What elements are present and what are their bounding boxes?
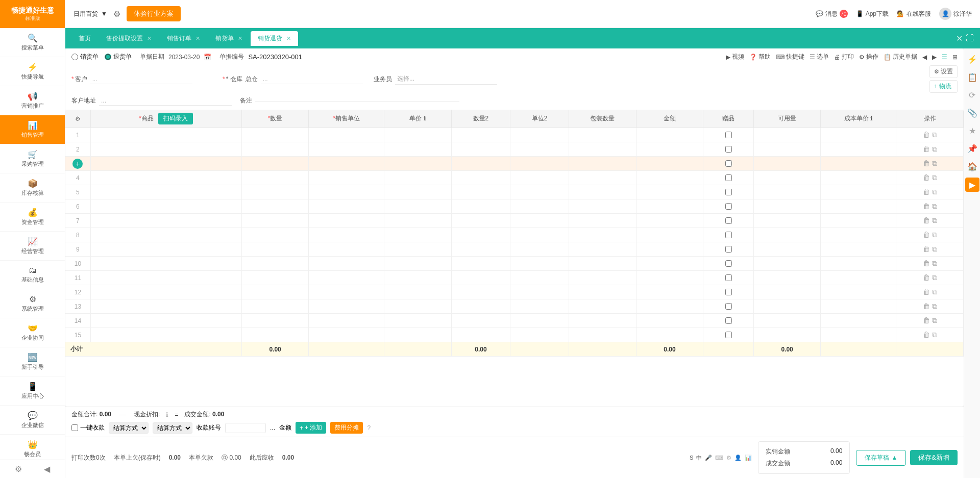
settings-icon[interactable]: ⚙ (15, 464, 22, 474)
add-payment-btn[interactable]: + + 添加 (296, 422, 326, 434)
gift-checkbox[interactable] (725, 289, 732, 295)
delete-icon[interactable]: 🗑 (923, 145, 930, 154)
calc-method-select[interactable]: 结算方式 (153, 422, 192, 434)
package-qty-cell[interactable] (569, 142, 636, 157)
panel-icon-7[interactable]: 🏠 (965, 160, 979, 173)
fee-split-btn[interactable]: 费用分摊 (330, 422, 363, 434)
copy-icon[interactable]: ⧉ (932, 273, 937, 282)
shortcut-btn[interactable]: ⌨ 快捷键 (776, 53, 804, 61)
radio-sales-input[interactable] (71, 54, 78, 60)
sidebar-item-marketing[interactable]: 📢 营销推广 (0, 86, 65, 115)
list-view-btn[interactable]: ☰ (942, 54, 947, 61)
panel-icon-3[interactable]: ⟳ (967, 88, 977, 102)
close-tab-btn[interactable]: ✕ (956, 34, 963, 43)
copy-icon[interactable]: ⧉ (932, 288, 937, 296)
copy-icon[interactable]: ⧉ (932, 231, 937, 239)
panel-icon-4[interactable]: 📎 (965, 106, 979, 120)
delete-icon[interactable]: 🗑 (923, 245, 930, 254)
delete-icon[interactable]: 🗑 (923, 216, 930, 225)
sidebar-item-inventory[interactable]: 📦 库存核算 (0, 173, 65, 203)
gift-checkbox[interactable] (725, 246, 732, 253)
online-service-btn[interactable]: 💁 在线客服 (897, 10, 931, 18)
amount-cell[interactable] (636, 142, 703, 157)
amount-cell[interactable] (636, 128, 703, 142)
delete-icon[interactable]: 🗑 (923, 159, 930, 168)
cost-price-cell[interactable] (821, 128, 896, 142)
maximize-btn[interactable]: ⛶ (966, 34, 974, 43)
gift-checkbox[interactable] (725, 260, 732, 267)
available-cell[interactable] (753, 128, 821, 142)
unit2-cell[interactable] (510, 157, 569, 171)
panel-icon-6[interactable]: 📌 (965, 142, 979, 156)
product-cell-active[interactable] (90, 157, 241, 171)
quantity-cell[interactable] (241, 157, 309, 171)
save-new-btn[interactable]: 保存&新增 (910, 450, 958, 465)
product-input[interactable] (93, 160, 239, 167)
message-btn[interactable]: 💬 消息 70 (816, 10, 848, 18)
payment-method-select[interactable]: 结算方式 (109, 422, 149, 434)
gift-cell[interactable] (703, 128, 754, 142)
close-icon[interactable]: ✕ (286, 35, 291, 42)
topbar-gear-icon[interactable]: ⚙ (113, 9, 120, 19)
help-circle-icon[interactable]: ℹ (166, 411, 168, 418)
scan-btn[interactable]: 扫码录入 (158, 113, 193, 124)
gift-checkbox[interactable] (725, 217, 732, 224)
tab-sales-delivery[interactable]: 销货单 ✕ (208, 31, 250, 46)
gift-checkbox[interactable] (725, 146, 732, 153)
date-value[interactable]: 2023-03-20 (168, 54, 200, 61)
gift-checkbox[interactable] (725, 303, 732, 310)
grid-view-btn[interactable]: ⊞ (952, 54, 958, 61)
product-cell[interactable] (90, 142, 241, 157)
delete-icon[interactable]: 🗑 (923, 273, 930, 282)
copy-icon[interactable]: ⧉ (932, 316, 937, 325)
package-qty-cell[interactable] (569, 128, 636, 142)
sales-unit-cell[interactable] (309, 128, 384, 142)
sidebar-item-search[interactable]: 🔍 搜索菜单 (0, 28, 65, 57)
collapse-icon[interactable]: ◀ (44, 464, 50, 474)
daily-category[interactable]: 日用百货 ▼ (74, 10, 107, 18)
quantity-cell[interactable] (241, 128, 309, 142)
print-btn[interactable]: 🖨 打印 (834, 53, 854, 61)
product-cell[interactable] (90, 128, 241, 142)
delete-icon[interactable]: 🗑 (923, 316, 930, 325)
quantity2-cell[interactable] (451, 157, 510, 171)
copy-icon[interactable]: ⧉ (932, 145, 937, 154)
tab-price-setting[interactable]: 售价提取设置 ✕ (99, 31, 159, 46)
unit2-cell[interactable] (510, 142, 569, 157)
gift-checkbox[interactable] (725, 232, 732, 238)
select-order-btn[interactable]: ☰ 选单 (810, 53, 829, 61)
staff-input[interactable]: 选择... (395, 73, 497, 85)
quantity2-cell[interactable] (451, 142, 510, 157)
unit-price-cell[interactable] (384, 128, 452, 142)
video-btn[interactable]: ▶ 视频 (726, 53, 744, 61)
sidebar-item-guide[interactable]: 🆕 新手引导 (0, 347, 65, 376)
customer-input[interactable]: ... (90, 74, 192, 84)
quantity2-cell[interactable] (451, 128, 510, 142)
operation-btn[interactable]: ⚙ 操作 (859, 53, 878, 61)
sidebar-item-member[interactable]: 👑 畅会员 (0, 435, 65, 460)
sidebar-item-basic[interactable]: 🗂 基础信息 (0, 261, 65, 289)
unit-price-cell[interactable] (384, 142, 452, 157)
available-cell[interactable] (753, 157, 821, 171)
logistics-btn[interactable]: + 物流 (929, 80, 958, 93)
delete-icon[interactable]: 🗑 (923, 259, 930, 268)
app-download-btn[interactable]: 📱 App下载 (856, 10, 889, 18)
sidebar-item-purchase[interactable]: 🛒 采购管理 (0, 144, 65, 173)
address-input[interactable]: ... (99, 96, 232, 106)
gift-checkbox[interactable] (725, 132, 732, 138)
gift-checkbox[interactable] (725, 332, 732, 338)
delete-icon[interactable]: 🗑 (923, 231, 930, 239)
available-cell[interactable] (753, 142, 821, 157)
sidebar-item-app-center[interactable]: 📱 应用中心 (0, 376, 65, 406)
delete-icon[interactable]: 🗑 (923, 173, 930, 182)
copy-icon[interactable]: ⧉ (932, 302, 937, 311)
history-btn[interactable]: 📋 历史单据 (884, 53, 917, 61)
copy-icon[interactable]: ⧉ (932, 131, 937, 139)
delete-icon[interactable]: 🗑 (923, 331, 930, 339)
sales-unit-cell[interactable] (309, 157, 384, 171)
radio-return-input[interactable] (105, 54, 111, 60)
sidebar-item-enterprise[interactable]: 🤝 企业协同 (0, 318, 65, 347)
sidebar-item-shortcut[interactable]: ⚡ 快捷导航 (0, 57, 65, 86)
gift-checkbox[interactable] (725, 203, 732, 210)
gift-checkbox[interactable] (725, 189, 732, 195)
